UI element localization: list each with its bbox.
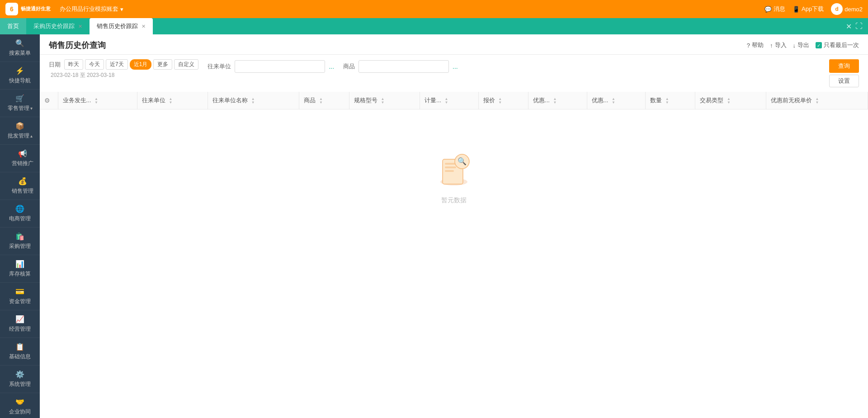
filter-buttons: 查询 设置 <box>829 59 859 87</box>
date-btn-7days[interactable]: 近7天 <box>106 59 128 70</box>
sort-spec[interactable]: ▲ ▼ <box>381 97 384 104</box>
sidebar-item-purchase[interactable]: 🛍️ 采购管理 <box>0 228 40 255</box>
sort-biz-date[interactable]: ▲ ▼ <box>94 97 98 104</box>
sidebar-label-purchase: 采购管理 <box>9 242 31 250</box>
svg-text:🔍: 🔍 <box>458 157 467 166</box>
avatar: d <box>831 3 843 15</box>
table-settings-icon[interactable]: ⚙ <box>44 97 50 104</box>
date-label: 日期 <box>49 61 61 69</box>
page-actions: ? 帮助 ↑ 导入 ↓ 导出 ✓ 只看最后一次 <box>747 41 859 49</box>
sort-discount2[interactable]: ▲ ▼ <box>612 97 615 104</box>
sidebar-item-retail[interactable]: 🛒 零售管理 ▾ <box>0 90 40 117</box>
sidebar-item-ecommerce[interactable]: 🌐 电商管理 <box>0 200 40 228</box>
empty-state: 🔍 暂元数据 <box>40 109 868 223</box>
th-discount1-label: 优惠... <box>533 97 550 104</box>
sort-quantity[interactable]: ▲ ▼ <box>665 97 669 104</box>
marketing-icon: 📢 <box>18 149 27 158</box>
partner-filter: 往来单位 ... <box>208 60 334 73</box>
sidebar-item-marketing[interactable]: 📢 营销推广 <box>0 145 40 172</box>
partner-input[interactable] <box>235 60 325 73</box>
th-quoted-price: 报价 ▲ ▼ <box>478 92 528 109</box>
sidebar-item-system[interactable]: ⚙️ 系统管理 <box>0 366 40 393</box>
sidebar-item-collab[interactable]: 🤝 企业协同 <box>0 393 40 418</box>
sidebar: 🔍 搜索菜单 ⚡ 快捷导航 🛒 零售管理 ▾ 📦 批发管理 ▴ 📢 营销推广 <box>0 34 40 418</box>
quick-nav-icon: ⚡ <box>15 66 24 75</box>
sort-product[interactable]: ▲ ▼ <box>319 97 323 104</box>
help-btn[interactable]: ? 帮助 <box>747 41 764 49</box>
sort-trade-type[interactable]: ▲ ▼ <box>727 97 731 104</box>
th-discount2-label: 优惠... <box>592 97 609 104</box>
date-btn-1month[interactable]: 近1月 <box>130 59 152 70</box>
th-quantity: 数量 ▲ ▼ <box>646 92 695 109</box>
tab-sales-close[interactable]: ✕ <box>142 24 146 29</box>
tab-home[interactable]: 首页 <box>0 18 26 34</box>
purchase-icon: 🛍️ <box>15 232 24 241</box>
tab-fullscreen-btn[interactable]: ⛶ <box>855 22 863 30</box>
sidebar-label-retail: 零售管理 <box>8 104 29 112</box>
only-last-checkbox[interactable]: ✓ 只看最后一次 <box>816 41 859 49</box>
product-input[interactable] <box>359 60 449 73</box>
company-selector[interactable]: 办公用品行业模拟账套 ▾ <box>60 5 123 13</box>
dropdown-icon: ▾ <box>120 6 123 13</box>
tab-purchase-history[interactable]: 采购历史价跟踪 ✕ <box>26 18 90 34</box>
tab-bar-right: ✕ ⛶ <box>846 22 868 31</box>
th-partner-code: 往来单位 ▲ ▼ <box>137 92 208 109</box>
sidebar-item-ops[interactable]: 📈 经营管理 <box>0 310 40 338</box>
date-btn-today[interactable]: 今天 <box>85 59 104 70</box>
sales-icon: 💰 <box>18 177 27 185</box>
sidebar-item-search-menu[interactable]: 🔍 搜索菜单 <box>0 34 40 62</box>
sort-partner-code[interactable]: ▲ ▼ <box>169 97 173 104</box>
sort-quoted-price[interactable]: ▲ ▼ <box>498 97 502 104</box>
retail-arrow-icon: ▾ <box>30 106 33 111</box>
query-btn[interactable]: 查询 <box>829 59 859 73</box>
logo-text: 畅捷通好生意 <box>21 6 51 12</box>
sidebar-item-quick-nav[interactable]: ⚡ 快捷导航 <box>0 62 40 90</box>
sidebar-item-inventory[interactable]: 📊 库存核算 <box>0 255 40 283</box>
app-download-btn[interactable]: 📱 App下载 <box>793 5 824 13</box>
tab-sales-history[interactable]: 销售历史价跟踪 ✕ <box>90 18 153 34</box>
setting-btn[interactable]: 设置 <box>829 75 859 87</box>
product-dots-btn[interactable]: ... <box>453 63 458 70</box>
sidebar-item-wholesale[interactable]: 📦 批发管理 ▴ <box>0 117 40 145</box>
th-pre-tax-price: 优惠前无税单价 ▲ ▼ <box>766 92 868 109</box>
th-quoted-price-label: 报价 <box>483 97 495 104</box>
sidebar-item-finance[interactable]: 💳 资金管理 <box>0 283 40 310</box>
top-right-actions: 💬 消息 📱 App下载 d demo2 <box>764 3 863 15</box>
message-btn[interactable]: 💬 消息 <box>764 5 785 13</box>
export-icon: ↓ <box>793 42 796 49</box>
sidebar-item-basic[interactable]: 📋 基础信息 <box>0 338 40 366</box>
th-trade-type-label: 交易类型 <box>700 97 723 104</box>
date-btn-more[interactable]: 更多 <box>153 59 172 70</box>
logo-icon: 6 <box>5 3 18 15</box>
sidebar-label-quick: 快捷导航 <box>9 77 31 85</box>
tab-home-label: 首页 <box>7 22 19 30</box>
filter-row: 日期 昨天 今天 近7天 近1月 更多 自定义 2023-02-18 至 202… <box>49 59 859 87</box>
partner-dots-btn[interactable]: ... <box>329 63 334 70</box>
retail-icon: 🛒 <box>15 94 24 103</box>
sort-unit[interactable]: ▲ ▼ <box>445 97 448 104</box>
sort-pre-tax-price[interactable]: ▲ ▼ <box>815 97 819 104</box>
th-unit-label: 计量... <box>425 97 441 104</box>
tab-purchase-close[interactable]: ✕ <box>78 24 82 29</box>
date-btn-yesterday[interactable]: 昨天 <box>64 59 83 70</box>
tab-sales-label: 销售历史价跟踪 <box>97 22 138 30</box>
import-btn[interactable]: ↑ 导入 <box>770 41 787 49</box>
th-partner-name: 往来单位名称 ▲ ▼ <box>208 92 299 109</box>
sort-partner-name[interactable]: ▲ ▼ <box>251 97 255 104</box>
export-btn[interactable]: ↓ 导出 <box>793 41 810 49</box>
sidebar-label-wholesale: 批发管理 <box>8 132 29 140</box>
th-quantity-label: 数量 <box>650 97 662 104</box>
sidebar-label-system: 系统管理 <box>9 380 31 388</box>
date-btn-custom[interactable]: 自定义 <box>174 59 198 70</box>
user-profile[interactable]: d demo2 <box>831 3 863 15</box>
tab-close-all-btn[interactable]: ✕ <box>846 22 852 31</box>
product-filter: 商品 ... <box>343 60 458 73</box>
sort-discount1[interactable]: ▲ ▼ <box>553 97 557 104</box>
search-icon: 🔍 <box>15 39 24 48</box>
th-trade-type: 交易类型 ▲ ▼ <box>695 92 766 109</box>
company-area: 办公用品行业模拟账套 ▾ <box>51 5 764 13</box>
ops-icon: 📈 <box>15 315 24 323</box>
sidebar-item-sales[interactable]: 💰 销售管理 <box>0 172 40 200</box>
tab-purchase-label: 采购历史价跟踪 <box>33 22 75 30</box>
page-title-row: 销售历史价查询 ? 帮助 ↑ 导入 ↓ 导出 ✓ <box>49 40 859 54</box>
